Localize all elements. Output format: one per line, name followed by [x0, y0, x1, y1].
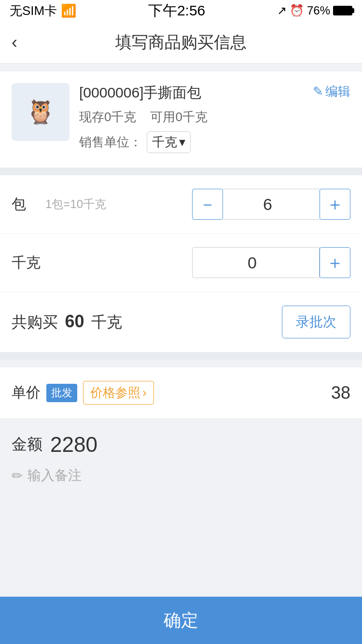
price-left: 单价 批发 价格参照 › [12, 381, 154, 405]
status-time: 下午2:56 [148, 1, 205, 21]
amount-value: 2280 [50, 433, 97, 457]
remark-text: 输入备注 [28, 466, 82, 485]
nav-bar: ‹ 填写商品购买信息 [0, 21, 362, 64]
price-label: 单价 [12, 383, 41, 403]
status-bar: 无SIM卡 📶 下午2:56 ↗ ⏰ 76% [0, 0, 362, 21]
price-ref-label: 价格参照 [90, 384, 140, 401]
record-batch-button[interactable]: 录批次 [282, 306, 350, 338]
product-card: 🦉 [0000006]手撕面包 现存0千克 可用0千克 销售单位： 千克 ▾ ✎… [0, 71, 362, 168]
qty-plus-button-bao[interactable]: ＋ [320, 189, 350, 220]
edit-button[interactable]: ✎ 编辑 [313, 83, 350, 100]
amount-label: 金额 [12, 434, 42, 455]
unit-label: 销售单位： [79, 134, 142, 151]
quantity-label-kg: 千克 [12, 253, 41, 273]
price-value: 38 [331, 383, 350, 403]
page-title: 填写商品购买信息 [115, 31, 247, 54]
total-value: 60 [65, 311, 84, 331]
amount-row: 金额 2280 [12, 433, 350, 457]
available-label: 可用0千克 [150, 110, 207, 124]
unit-value: 千克 [152, 134, 177, 151]
total-unit: 千克 [91, 313, 122, 331]
quantity-hint-bao: 1包=10千克 [45, 196, 192, 212]
product-unit-row: 销售单位： 千克 ▾ [79, 131, 350, 153]
qty-input-kg[interactable] [192, 247, 320, 278]
status-right: ↗ ⏰ 76% [277, 4, 352, 17]
product-thumbnail: 🦉 [12, 83, 70, 141]
back-button[interactable]: ‹ [12, 32, 17, 53]
price-ref-icon: › [142, 385, 147, 400]
quantity-section: 包 1包=10千克 － ＋ 千克 ＋ [0, 175, 362, 292]
product-stock: 现存0千克 可用0千克 [79, 109, 350, 126]
unit-dropdown-icon: ▾ [179, 135, 185, 150]
wifi-icon: 📶 [61, 3, 76, 18]
location-icon: ↗ [277, 4, 287, 17]
remark-row[interactable]: ✏ 输入备注 [12, 466, 350, 485]
price-ref-button[interactable]: 价格参照 › [83, 381, 154, 405]
qty-plus-button-kg[interactable]: ＋ [320, 247, 350, 278]
product-thumb-icon: 🦉 [26, 98, 55, 126]
quantity-control-kg: ＋ [192, 247, 350, 278]
quantity-label-bao: 包 [12, 195, 41, 214]
price-section: 单价 批发 价格参照 › 38 [0, 367, 362, 418]
unit-select[interactable]: 千克 ▾ [147, 131, 191, 153]
product-info: [0000006]手撕面包 现存0千克 可用0千克 销售单位： 千克 ▾ [79, 83, 350, 153]
qty-input-bao[interactable] [223, 189, 320, 220]
stock-label: 现存0千克 [79, 110, 136, 124]
amount-section: 金额 2280 ✏ 输入备注 [0, 418, 362, 485]
total-row: 共购买 60 千克 录批次 [0, 292, 362, 352]
quantity-row-bao: 包 1包=10千克 － ＋ [0, 175, 362, 234]
section-divider-2 [0, 352, 362, 360]
price-type-tag: 批发 [46, 384, 77, 402]
total-label-group: 共购买 60 千克 [12, 311, 122, 333]
product-name: [0000006]手撕面包 [79, 83, 350, 103]
status-left: 无SIM卡 📶 [10, 2, 76, 19]
edit-icon: ✎ [313, 84, 323, 99]
quantity-control-bao: － ＋ [192, 189, 350, 220]
quantity-row-kg: 千克 ＋ [0, 234, 362, 292]
edit-label: 编辑 [325, 83, 350, 100]
total-prefix: 共购买 [12, 313, 58, 331]
section-divider-1 [0, 168, 362, 175]
battery-level: 76% [307, 4, 330, 17]
alarm-icon: ⏰ [290, 4, 304, 17]
carrier-label: 无SIM卡 [10, 2, 57, 19]
battery-icon [333, 6, 352, 15]
remark-icon: ✏ [12, 468, 23, 484]
qty-minus-button-bao[interactable]: － [192, 189, 223, 220]
confirm-button[interactable]: 确定 [0, 597, 362, 644]
